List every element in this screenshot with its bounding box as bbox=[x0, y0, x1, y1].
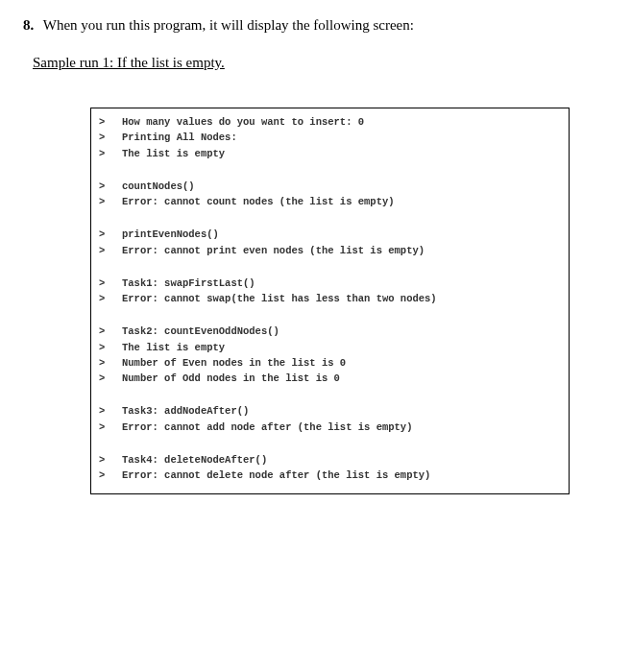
console-text: Error: cannot swap(the list has less tha… bbox=[116, 291, 563, 306]
console-text: Error: cannot count nodes (the list is e… bbox=[116, 194, 563, 209]
prompt-symbol: > bbox=[97, 179, 116, 194]
console-line: >Error: cannot print even nodes (the lis… bbox=[97, 243, 563, 258]
console-line: >Error: cannot swap(the list has less th… bbox=[97, 291, 563, 306]
prompt-symbol: > bbox=[97, 114, 116, 130]
prompt-symbol: > bbox=[97, 324, 116, 339]
block-separator bbox=[97, 209, 563, 227]
prompt-symbol: > bbox=[97, 243, 116, 258]
console-line: >Task4: deleteNodeAfter() bbox=[97, 452, 563, 468]
console-text: How many values do you want to insert: 0 bbox=[116, 114, 563, 130]
item-number: 8. bbox=[23, 17, 34, 34]
prompt-symbol: > bbox=[97, 468, 116, 483]
console-text: Error: cannot print even nodes (the list… bbox=[116, 243, 563, 258]
block-separator bbox=[97, 306, 563, 324]
console-line: >The list is empty bbox=[97, 146, 563, 161]
console-line: >How many values do you want to insert: … bbox=[97, 114, 563, 130]
console-text: Number of Even nodes in the list is 0 bbox=[116, 355, 563, 371]
console-text: Task4: deleteNodeAfter() bbox=[116, 452, 563, 468]
console-line: >Task1: swapFirstLast() bbox=[97, 276, 563, 291]
console-line: >Error: cannot count nodes (the list is … bbox=[97, 194, 563, 209]
console-text: countNodes() bbox=[116, 179, 563, 194]
console-line: >printEvenNodes() bbox=[97, 227, 563, 242]
prompt-symbol: > bbox=[97, 420, 116, 435]
console-line: >Task2: countEvenOddNodes() bbox=[97, 324, 563, 339]
console-line: >Number of Odd nodes in the list is 0 bbox=[97, 371, 563, 386]
console-line: >The list is empty bbox=[97, 340, 563, 355]
prompt-symbol: > bbox=[97, 291, 116, 306]
prompt-symbol: > bbox=[97, 452, 116, 468]
instruction-text: When you run this program, it will displ… bbox=[43, 17, 414, 33]
prompt-symbol: > bbox=[97, 194, 116, 209]
console-line: >Printing All Nodes: bbox=[97, 130, 563, 145]
prompt-symbol: > bbox=[97, 276, 116, 291]
console-text: Number of Odd nodes in the list is 0 bbox=[116, 371, 563, 386]
console-text: Error: cannot add node after (the list i… bbox=[116, 420, 563, 435]
console-text: The list is empty bbox=[116, 340, 563, 355]
console-text: Task1: swapFirstLast() bbox=[116, 276, 563, 291]
prompt-symbol: > bbox=[97, 227, 116, 242]
console-output-box: >How many values do you want to insert: … bbox=[90, 108, 570, 494]
sample-run-title: Sample run 1: If the list is empty. bbox=[33, 55, 608, 71]
prompt-symbol: > bbox=[97, 146, 116, 161]
block-separator bbox=[97, 258, 563, 276]
console-text: Error: cannot delete node after (the lis… bbox=[116, 468, 563, 483]
console-text: The list is empty bbox=[116, 146, 563, 161]
block-separator bbox=[97, 435, 563, 452]
prompt-symbol: > bbox=[97, 403, 116, 419]
prompt-symbol: > bbox=[97, 340, 116, 355]
console-line: >Error: cannot delete node after (the li… bbox=[97, 468, 563, 483]
console-line: >Error: cannot add node after (the list … bbox=[97, 420, 563, 435]
prompt-symbol: > bbox=[97, 371, 116, 386]
block-separator bbox=[97, 161, 563, 179]
console-text: printEvenNodes() bbox=[116, 227, 563, 242]
console-text: Task3: addNodeAfter() bbox=[116, 403, 563, 419]
console-text: Printing All Nodes: bbox=[116, 130, 563, 145]
prompt-symbol: > bbox=[97, 130, 116, 145]
prompt-symbol: > bbox=[97, 355, 116, 371]
block-separator bbox=[97, 386, 563, 403]
instruction-line: 8. When you run this program, it will di… bbox=[23, 17, 608, 34]
console-line: >countNodes() bbox=[97, 179, 563, 194]
console-line: >Number of Even nodes in the list is 0 bbox=[97, 355, 563, 371]
console-line: >Task3: addNodeAfter() bbox=[97, 403, 563, 419]
console-text: Task2: countEvenOddNodes() bbox=[116, 324, 563, 339]
